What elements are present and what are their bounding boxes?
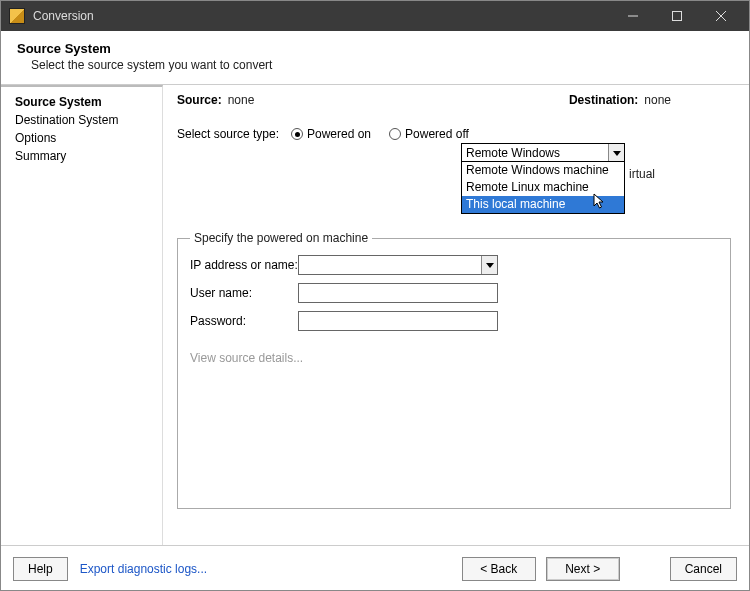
source-label: Source: [177,93,222,107]
ip-label: IP address or name: [190,258,298,272]
source-type-dropdown: Remote Windows machine Remote Linux mach… [461,161,625,214]
wizard-header: Source System Select the source system y… [1,31,749,85]
radio-powered-on-label: Powered on [307,127,371,141]
page-subtitle: Select the source system you want to con… [31,58,733,72]
radio-powered-off-label: Powered off [405,127,469,141]
wizard-sidebar: Source System Destination System Options… [1,85,163,545]
destination-label: Destination: [569,93,638,107]
username-label: User name: [190,286,298,300]
source-type-select[interactable]: Remote Windows machine [461,143,625,163]
password-input[interactable] [298,311,498,331]
destination-value: none [644,93,671,107]
radio-dot-icon [291,128,303,140]
select-source-type-label: Select source type: [177,127,291,141]
cancel-button[interactable]: Cancel [670,557,737,581]
ip-address-input[interactable] [298,255,498,275]
wizard-content: Source: none Destination: none Select so… [163,85,749,545]
svg-rect-1 [673,12,682,21]
hint-text-fragment: irtual [629,167,655,181]
username-input[interactable] [298,283,498,303]
maximize-button[interactable] [655,1,699,31]
next-button[interactable]: Next > [546,557,620,581]
radio-powered-on[interactable]: Powered on [291,127,371,141]
titlebar: Conversion [1,1,749,31]
dropdown-option-remote-windows[interactable]: Remote Windows machine [462,162,624,179]
back-button[interactable]: < Back [462,557,536,581]
source-value: none [228,93,255,107]
sidebar-item-summary[interactable]: Summary [1,147,162,165]
export-logs-link[interactable]: Export diagnostic logs... [80,562,207,576]
dropdown-option-remote-linux[interactable]: Remote Linux machine [462,179,624,196]
help-button[interactable]: Help [13,557,68,581]
sidebar-item-source-system[interactable]: Source System [1,93,162,111]
password-label: Password: [190,314,298,328]
page-title: Source System [17,41,733,56]
wizard-footer: Help Export diagnostic logs... < Back Ne… [1,545,749,591]
chevron-down-icon [481,256,497,274]
radio-powered-off[interactable]: Powered off [389,127,469,141]
app-icon [9,8,25,24]
chevron-down-icon [608,144,624,162]
window-title: Conversion [33,9,611,23]
group-legend: Specify the powered on machine [190,231,372,245]
sidebar-item-destination-system[interactable]: Destination System [1,111,162,129]
sidebar-item-options[interactable]: Options [1,129,162,147]
specify-machine-group: Specify the powered on machine IP addres… [177,231,731,509]
view-source-details-link: View source details... [190,351,718,365]
close-button[interactable] [699,1,743,31]
dropdown-option-this-local[interactable]: This local machine [462,196,624,213]
radio-dot-icon [389,128,401,140]
minimize-button[interactable] [611,1,655,31]
